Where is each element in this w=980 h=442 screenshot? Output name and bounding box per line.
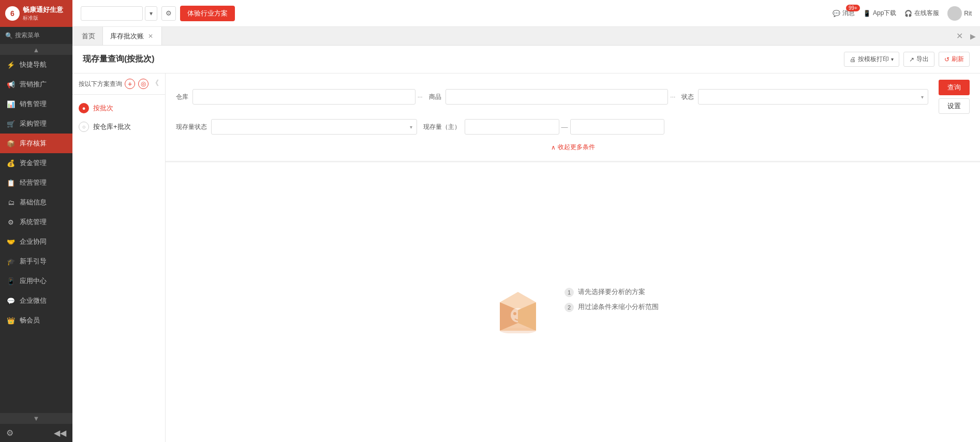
topbar-dropdown-btn[interactable]: ▾ <box>145 6 157 21</box>
export-icon: ↗ <box>909 56 914 63</box>
filter-list: ● 按批次 ○ 按仓库+批次 <box>72 95 165 140</box>
sidebar-item-finance[interactable]: 💰 资金管理 <box>0 153 72 173</box>
user-name: Rit <box>964 10 972 17</box>
tab-batch-account[interactable]: 库存批次账 ✕ <box>103 27 162 45</box>
sidebar-scroll-up[interactable]: ▲ <box>0 45 72 55</box>
page-header-actions: 🖨 按模板打印 ▾ ↗ 导出 ↺ 刷新 <box>844 52 970 67</box>
settings-btn[interactable]: 设置 <box>939 98 970 114</box>
filter-settings-btn[interactable]: ◎ <box>138 79 149 89</box>
app-download-btn[interactable]: 📱 App下载 <box>863 9 896 18</box>
filter-inactive-icon: ○ <box>79 122 89 132</box>
print-btn[interactable]: 🖨 按模板打印 ▾ <box>844 52 899 67</box>
nav-label-member: 畅会员 <box>20 316 40 325</box>
refresh-icon: ↺ <box>944 56 949 63</box>
settings-icon[interactable]: ⚙ <box>6 428 13 438</box>
inventory-status-chevron: ▾ <box>410 124 412 130</box>
user-profile-btn[interactable]: Rit <box>947 6 972 21</box>
tab-bar-close-icon[interactable]: ✕ <box>951 31 968 41</box>
tab-close-btn[interactable]: ✕ <box>147 33 154 40</box>
collapse-more-btn[interactable]: ∧ 收起更多条件 <box>176 140 970 155</box>
inventory-qty-range: — <box>465 119 664 135</box>
print-dropdown-icon: ▾ <box>891 56 894 62</box>
product-input[interactable] <box>446 89 669 105</box>
filter-panel: 按以下方案查询 + ◎ 《 ● 按批次 ○ 按仓库+批次 <box>72 73 166 442</box>
export-label: 导出 <box>916 55 929 64</box>
nav-icon-wechat: 💬 <box>6 296 16 305</box>
sidebar-item-basic[interactable]: 🗂 基础信息 <box>0 193 72 212</box>
sidebar-item-purchase[interactable]: 🛒 采购管理 <box>0 114 72 134</box>
messages-badge: 99+ <box>846 5 860 11</box>
online-service-btn[interactable]: 🎧 在线客服 <box>904 9 939 18</box>
sidebar-scroll-down[interactable]: ▼ <box>0 413 72 423</box>
online-service-label: 在线客服 <box>914 9 939 18</box>
sidebar-item-system[interactable]: ⚙ 系统管理 <box>0 212 72 232</box>
sidebar-item-marketing[interactable]: 📢 营销推广 <box>0 75 72 94</box>
sidebar-item-sales[interactable]: 📊 销售管理 <box>0 94 72 114</box>
target-icon: ◎ <box>141 80 146 87</box>
message-icon: 💬 <box>833 10 840 17</box>
warehouse-more[interactable]: ··· <box>418 93 423 100</box>
filter-item-by-batch[interactable]: ● 按批次 <box>72 99 165 117</box>
tab-bar-more-icon[interactable]: ▶ <box>968 32 978 40</box>
app-title: 畅康通好生意 标准版 <box>23 6 63 21</box>
experience-btn[interactable]: 体验行业方案 <box>180 6 235 21</box>
nav-icon-quick-nav: ⚡ <box>6 60 16 69</box>
nav-label-apps: 应用中心 <box>20 276 47 286</box>
tip-text-2: 用过滤条件来缩小分析范围 <box>578 302 659 312</box>
sidebar-search[interactable]: 🔍 搜索菜单 <box>0 27 72 45</box>
inventory-qty-to[interactable] <box>570 119 665 135</box>
status-select[interactable]: ▾ <box>698 89 928 105</box>
filter-item-by-warehouse-batch-label: 按仓库+批次 <box>93 122 131 131</box>
inventory-qty-label: 现存量（主） <box>423 123 461 131</box>
page-title: 现存量查询(按批次) <box>83 54 155 65</box>
sidebar-item-quick-nav[interactable]: ⚡ 快捷导航 <box>0 55 72 75</box>
app-logo: 6 <box>5 6 20 21</box>
inventory-status-select[interactable]: ▾ <box>211 119 417 135</box>
inventory-qty-from[interactable] <box>465 119 559 135</box>
messages-btn[interactable]: 💬 消息 99+ <box>833 9 855 18</box>
sidebar-item-newbie[interactable]: 🎓 新手引导 <box>0 252 72 271</box>
topbar: ▾ ⚙ 体验行业方案 💬 消息 99+ 📱 App下载 🎧 在线客服 Rit <box>72 0 980 27</box>
collapse-more-label: 收起更多条件 <box>558 143 595 152</box>
product-field: 商品 ··· <box>429 89 676 105</box>
sidebar-item-inventory[interactable]: 📦 库存核算 <box>0 134 72 153</box>
filter-active-icon: ● <box>79 103 89 113</box>
inventory-status-field: 现存量状态 ▾ <box>176 119 417 135</box>
collapse-sidebar-icon[interactable]: ◀◀ <box>54 428 66 438</box>
main-content: ▾ ⚙ 体验行业方案 💬 消息 99+ 📱 App下载 🎧 在线客服 Rit <box>72 0 980 442</box>
tab-batch-account-label: 库存批次账 <box>110 32 144 41</box>
tip-num-2: 2 <box>565 303 574 312</box>
tab-home[interactable]: 首页 <box>75 27 103 45</box>
warehouse-input[interactable] <box>192 89 415 105</box>
tip-text-1: 请先选择要分析的方案 <box>578 287 645 297</box>
sidebar-item-wechat[interactable]: 💬 企业微信 <box>0 291 72 311</box>
avatar <box>947 6 962 21</box>
nav-label-system: 系统管理 <box>20 217 47 227</box>
sidebar-item-operations[interactable]: 📋 经营管理 <box>0 173 72 193</box>
query-area: 仓库 ··· 商品 ··· 状态 ▾ <box>166 73 980 442</box>
nav-icon-marketing: 📢 <box>6 80 16 89</box>
export-btn[interactable]: ↗ 导出 <box>903 52 934 67</box>
sidebar-footer: ⚙ ◀◀ <box>0 423 72 442</box>
nav-icon-newbie: 🎓 <box>6 257 16 266</box>
app-download-label: App下载 <box>873 9 896 18</box>
sidebar-item-enterprise[interactable]: 🤝 企业协同 <box>0 232 72 252</box>
collapse-more-icon: ∧ <box>551 144 556 151</box>
nav-icon-enterprise: 🤝 <box>6 237 16 246</box>
print-label: 按模板打印 <box>858 55 889 64</box>
topbar-search-input[interactable] <box>81 6 143 21</box>
filter-item-by-warehouse-batch[interactable]: ○ 按仓库+批次 <box>72 117 165 136</box>
filter-header-actions: + ◎ 《 <box>125 79 159 89</box>
query-form: 仓库 ··· 商品 ··· 状态 ▾ <box>166 73 980 161</box>
product-more[interactable]: ··· <box>670 93 675 100</box>
sidebar-item-member[interactable]: 👑 畅会员 <box>0 311 72 330</box>
topbar-settings-btn[interactable]: ⚙ <box>161 6 176 21</box>
filter-add-btn[interactable]: + <box>125 79 135 89</box>
nav-label-finance: 资金管理 <box>20 158 47 168</box>
refresh-btn[interactable]: ↺ 刷新 <box>939 52 970 67</box>
filter-collapse-btn[interactable]: 《 <box>152 79 159 89</box>
status-field: 状态 ▾ <box>681 89 928 105</box>
query-btn[interactable]: 查询 <box>939 80 970 95</box>
tab-bar: 首页 库存批次账 ✕ ✕ ▶ <box>72 27 980 46</box>
sidebar-item-apps[interactable]: 📱 应用中心 <box>0 271 72 291</box>
